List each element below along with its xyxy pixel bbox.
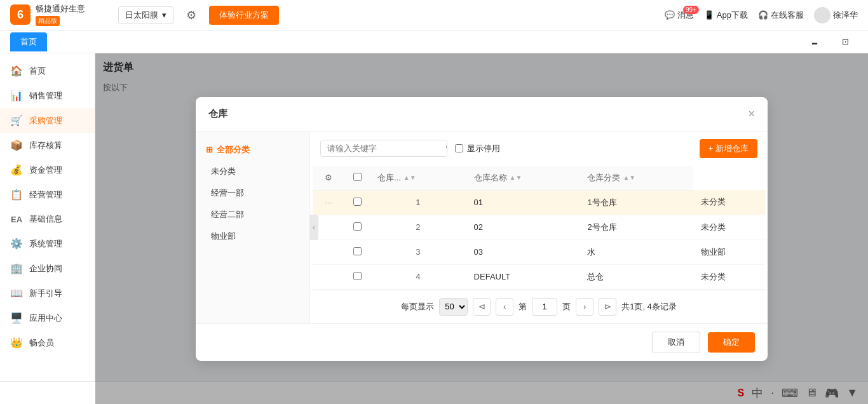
table-row[interactable]: 2 02 2号仓库 未分类 <box>313 215 765 239</box>
logo-area: 6 畅捷通好生意 精品版 <box>10 4 105 27</box>
row-check-cell-1 <box>344 190 370 215</box>
sidebar-item-member[interactable]: 👑 畅会员 <box>0 330 95 355</box>
header-right: 💬 消息 99+ 📱 App下载 🎧 在线客服 徐泽华 <box>665 7 858 24</box>
settings-icon[interactable]: ⚙ <box>181 5 201 25</box>
category-all[interactable]: ⊞ 全部分类 <box>196 139 309 161</box>
header-center: 日太阳膜 ▾ ⚙ 体验行业方案 <box>105 5 665 25</box>
sidebar-item-enterprise[interactable]: 🏢 企业协同 <box>0 256 95 281</box>
sidebar-label-enterprise: 企业协同 <box>29 263 62 274</box>
nav-tabs: 首页 🗕 ⊡ <box>0 30 868 53</box>
col-header-category: 仓库分类 ▲▼ <box>580 166 693 191</box>
basic-info-icon: EA <box>10 215 23 224</box>
table-row[interactable]: 4 DEFAULT 总仓 未分类 <box>313 264 765 289</box>
prev-page-button[interactable]: ‹ <box>496 298 513 316</box>
select-all-checkbox[interactable] <box>353 173 362 181</box>
gear-icon: ⚙ <box>325 173 332 182</box>
add-warehouse-button[interactable]: + 新增仓库 <box>700 139 757 158</box>
per-page-select[interactable]: 50 <box>439 298 468 316</box>
row-code-4: DEFAULT <box>466 264 580 289</box>
sidebar-item-finance[interactable]: 💰 资金管理 <box>0 158 95 182</box>
row-checkbox-1[interactable] <box>353 198 362 206</box>
message-icon: 💬 <box>665 10 675 20</box>
expand-btn[interactable]: ⊡ <box>833 33 858 50</box>
page-unit: 页 <box>562 301 571 313</box>
table-row[interactable]: 3 03 水 物业部 <box>313 239 765 264</box>
trial-button[interactable]: 体验行业方案 <box>209 6 279 25</box>
page-input[interactable] <box>532 298 557 316</box>
sidebar-label-finance: 资金管理 <box>29 165 62 176</box>
next-page-button[interactable]: › <box>576 298 593 316</box>
sidebar-label-member: 畅会员 <box>29 337 54 349</box>
username: 徐泽华 <box>833 10 858 21</box>
confirm-button[interactable]: 确定 <box>708 332 755 353</box>
search-input[interactable] <box>321 140 440 156</box>
row-checkbox-3[interactable] <box>353 247 362 255</box>
sidebar-label-app-center: 应用中心 <box>29 313 62 324</box>
table-toolbar: 🔍 显示停用 + 新增仓库 <box>310 131 768 166</box>
sidebar-item-app-center[interactable]: 🖥️ 应用中心 <box>0 306 95 330</box>
row-gear-3[interactable] <box>313 239 344 264</box>
category-item-uncategorized[interactable]: 未分类 <box>196 161 309 182</box>
category-all-label: 全部分类 <box>217 144 250 156</box>
company-selector[interactable]: 日太阳膜 ▾ <box>118 6 173 24</box>
grid-icon: ⊞ <box>206 145 213 154</box>
sidebar-item-basic-info[interactable]: EA 基础信息 <box>0 207 95 231</box>
sidebar-item-guide[interactable]: 📖 新手引导 <box>0 281 95 306</box>
operations-icon: 📋 <box>10 189 23 201</box>
category-collapse-button[interactable]: ‹ <box>309 215 318 240</box>
first-page-button[interactable]: ⊲ <box>473 298 491 316</box>
category-item-property[interactable]: 物业部 <box>196 226 309 247</box>
category-item-dept1[interactable]: 经营一部 <box>196 182 309 204</box>
sidebar-item-purchase[interactable]: 🛒 采购管理 <box>0 108 95 133</box>
row-checkbox-4[interactable] <box>353 272 362 280</box>
cancel-button[interactable]: 取消 <box>652 332 700 353</box>
category-item-dept2[interactable]: 经营二部 <box>196 204 309 226</box>
warehouse-table: ⚙ 仓库... ▲▼ <box>313 166 765 290</box>
row-no-1: 1 <box>370 190 466 215</box>
online-service-label: 在线客服 <box>771 10 804 21</box>
online-service-item[interactable]: 🎧 在线客服 <box>758 10 804 21</box>
sidebar-item-inventory[interactable]: 📦 库存核算 <box>0 133 95 158</box>
guide-icon: 📖 <box>10 287 23 299</box>
last-page-button[interactable]: ⊳ <box>599 298 616 316</box>
modal-close-button[interactable]: × <box>748 107 755 121</box>
user-item[interactable]: 徐泽华 <box>814 7 858 24</box>
tab-home[interactable]: 首页 <box>10 32 47 51</box>
row-gear-1[interactable]: ··· <box>313 190 344 215</box>
row-name-1: 1号仓库 <box>580 190 693 215</box>
row-gear-4[interactable] <box>313 264 344 289</box>
collapse-btn[interactable]: 🗕 <box>802 33 828 50</box>
app-download-label: App下载 <box>717 10 748 21</box>
row-check-cell-3 <box>344 239 370 264</box>
sidebar: 🏠 首页 📊 销售管理 🛒 采购管理 📦 库存核算 💰 资金管理 📋 经营管理 … <box>0 53 95 404</box>
messages-badge: 99+ <box>683 6 699 14</box>
row-no-4: 4 <box>370 264 466 289</box>
table-body: ··· 1 01 1号仓库 未分类 2 02 2号仓库 未分类 3 03 水 物… <box>313 190 765 289</box>
chevron-down-icon: ▾ <box>162 10 166 20</box>
row-name-2: 2号仓库 <box>580 215 693 239</box>
headphone-icon: 🎧 <box>758 10 768 20</box>
sort-icon-name: ▲▼ <box>510 175 522 181</box>
search-button[interactable]: 🔍 <box>440 140 447 156</box>
table-row[interactable]: ··· 1 01 1号仓库 未分类 <box>313 190 765 215</box>
top-header: 6 畅捷通好生意 精品版 日太阳膜 ▾ ⚙ 体验行业方案 💬 消息 99+ 📱 … <box>0 0 868 30</box>
row-code-1: 01 <box>466 190 580 215</box>
app-download-item[interactable]: 📱 App下载 <box>704 10 748 21</box>
avatar <box>814 7 831 24</box>
pagination-summary: 共1页, 4条记录 <box>621 301 677 313</box>
row-category-4: 未分类 <box>693 264 765 289</box>
main-layout: 🏠 首页 📊 销售管理 🛒 采购管理 📦 库存核算 💰 资金管理 📋 经营管理 … <box>0 53 868 404</box>
row-checkbox-2[interactable] <box>353 222 362 231</box>
show-disabled-checkbox[interactable] <box>455 144 463 152</box>
sidebar-item-operations[interactable]: 📋 经营管理 <box>0 182 95 207</box>
sidebar-label-inventory: 库存核算 <box>29 140 62 151</box>
member-icon: 👑 <box>10 337 23 349</box>
messages-item[interactable]: 💬 消息 99+ <box>665 10 694 21</box>
row-code-2: 02 <box>466 215 580 239</box>
sidebar-item-home[interactable]: 🏠 首页 <box>0 58 95 83</box>
sidebar-item-sales[interactable]: 📊 销售管理 <box>0 83 95 108</box>
sidebar-item-system[interactable]: ⚙️ 系统管理 <box>0 231 95 256</box>
row-check-cell-4 <box>344 264 370 289</box>
modal-footer: 取消 确定 <box>196 323 768 361</box>
category-sidebar: ⊞ 全部分类 未分类 经营一部 经营二部 物业部 <box>196 131 310 323</box>
